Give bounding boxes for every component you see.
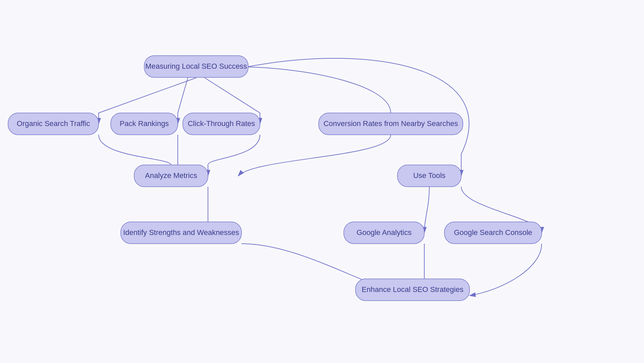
node-measuring-label: Measuring Local SEO Success	[145, 62, 247, 70]
node-enhance-label: Enhance Local SEO Strategies	[362, 285, 463, 294]
node-organic-label: Organic Search Traffic	[17, 119, 90, 128]
svg-rect-1	[0, 0, 644, 363]
node-analyze-label: Analyze Metrics	[145, 171, 197, 180]
node-ctr-label: Click-Through Rates	[188, 119, 255, 128]
node-gsearch-label: Google Search Console	[454, 228, 532, 237]
node-identify-label: Identify Strengths and Weaknesses	[123, 228, 239, 237]
node-usetools-label: Use Tools	[413, 171, 445, 180]
node-pack-label: Pack Rankings	[120, 119, 169, 128]
node-conversion-label: Conversion Rates from Nearby Searches	[323, 119, 458, 128]
node-ganalytics-label: Google Analytics	[357, 228, 412, 237]
